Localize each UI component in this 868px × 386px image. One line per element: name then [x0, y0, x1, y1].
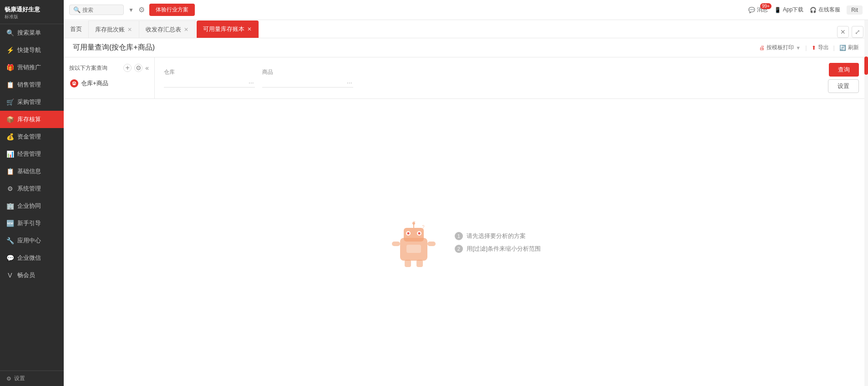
print-icon: 🖨: [759, 45, 765, 51]
scheme-icon: [70, 79, 78, 87]
tab-summary[interactable]: 收发存汇总表 ✕: [139, 21, 196, 38]
tab-expand-btn[interactable]: ⤢: [852, 26, 863, 38]
sidebar-icon-newuser: 🆕: [6, 220, 14, 227]
topbar-message[interactable]: 💬 消息 99+: [748, 6, 768, 14]
sidebar-item-newuser[interactable]: 🆕 新手引导: [0, 215, 64, 232]
topbar-service[interactable]: 🎧 在线客服: [810, 6, 840, 14]
page-header: 可用量查询(按仓库+商品) 🖨 按模板打印 ▼ | ⬆ 导出 | 🔄 刷新: [64, 38, 868, 57]
sidebar-icon-basics: 📋: [6, 168, 14, 175]
scheme-svg-icon: [72, 81, 76, 86]
topbar-search[interactable]: 🔍: [69, 5, 124, 15]
export-label: 导出: [818, 44, 829, 51]
sidebar-icon-member: V: [6, 272, 14, 279]
sidebar-label-apps: 应用中心: [17, 237, 41, 245]
sidebar-item-enterprise[interactable]: 🏢 企业协同: [0, 197, 64, 215]
right-scrollbar[interactable]: [864, 20, 868, 386]
svg-rect-11: [405, 260, 411, 267]
scheme-add-btn[interactable]: +: [123, 64, 132, 72]
tabs-bar: 首页 库存批次账 ✕ 收发存汇总表 ✕ 可用量库存账本 ✕ ✕ ⤢: [64, 20, 868, 38]
empty-tip-1: 1 请先选择要分析的方案: [455, 232, 541, 240]
sidebar-item-marketing[interactable]: 🎁 营销推广: [0, 59, 64, 76]
warehouse-input-wrapper: ···: [164, 78, 255, 87]
warehouse-dots-btn[interactable]: ···: [249, 79, 254, 86]
tab-summary-label: 收发存汇总表: [146, 26, 181, 34]
topbar-gear-icon[interactable]: ⚙: [138, 5, 145, 14]
print-btn[interactable]: 🖨 按模板打印 ▼: [759, 44, 801, 51]
tab-batch-close[interactable]: ✕: [127, 27, 132, 32]
search-input[interactable]: [82, 7, 119, 13]
sidebar-item-system[interactable]: ⚙ 系统管理: [0, 180, 64, 197]
scheme-settings-btn[interactable]: ⚙: [134, 64, 142, 72]
tab-home[interactable]: 首页: [64, 21, 89, 38]
sidebar-item-search[interactable]: 🔍 搜索菜单: [0, 24, 64, 41]
goods-input[interactable]: [262, 79, 344, 86]
warehouse-label: 仓库: [164, 68, 255, 76]
setting-btn[interactable]: 设置: [828, 79, 859, 93]
svg-point-5: [407, 232, 409, 235]
tip1-text: 请先选择要分析的方案: [467, 232, 526, 240]
sidebar-icon-finance: 💰: [6, 133, 14, 140]
warehouse-field: 仓库 ···: [164, 68, 255, 87]
sidebar-item-member[interactable]: V 畅会员: [0, 267, 64, 284]
tab-summary-close[interactable]: ✕: [183, 27, 189, 32]
sidebar-item-apps[interactable]: 🔧 应用中心: [0, 232, 64, 249]
sidebar-item-basics[interactable]: 📋 基础信息: [0, 163, 64, 180]
empty-tip-2: 2 用[过滤]条件来缩小分析范围: [455, 245, 541, 253]
sidebar-label-basics: 基础信息: [17, 167, 41, 175]
sidebar-item-finance[interactable]: 💰 资金管理: [0, 128, 64, 145]
print-dropdown-icon[interactable]: ▼: [796, 45, 801, 51]
tab-available[interactable]: 可用量库存账本 ✕: [197, 21, 259, 38]
topbar-app-download[interactable]: 📱 App下载: [774, 6, 803, 14]
topbar-user[interactable]: Rit: [847, 5, 863, 15]
sidebar-item-sales[interactable]: 📋 销售管理: [0, 76, 64, 93]
sidebar-icon-inventory: 📦: [6, 116, 14, 123]
sidebar-label-operations: 经营管理: [17, 150, 41, 158]
sidebar-label-inventory: 库存核算: [17, 115, 41, 124]
export-btn[interactable]: ⬆ 导出: [812, 44, 829, 51]
tip1-num: 1: [455, 232, 463, 240]
refresh-label: 刷新: [848, 44, 859, 51]
topbar-dropdown-icon[interactable]: ▼: [128, 7, 134, 13]
service-label: 在线客服: [818, 6, 840, 14]
sidebar-label-quicknav: 快捷导航: [17, 46, 41, 54]
query-btn[interactable]: 查询: [829, 63, 859, 77]
empty-robot-illustration: ~ ?: [391, 220, 437, 265]
sidebar-item-operations[interactable]: 📊 经营管理: [0, 145, 64, 163]
main-content: 🔍 ▼ ⚙ 体验行业方案 💬 消息 99+ 📱 App下载 🎧 在线客服 Rit: [64, 0, 868, 386]
page-actions: 🖨 按模板打印 ▼ | ⬆ 导出 | 🔄 刷新: [759, 44, 859, 51]
tab-close-btn[interactable]: ✕: [837, 26, 849, 38]
tab-batch[interactable]: 库存批次账 ✕: [89, 21, 139, 38]
scheme-collapse-btn[interactable]: «: [145, 64, 149, 72]
divider1: |: [805, 44, 807, 51]
sidebar-label-sales: 销售管理: [17, 81, 41, 89]
refresh-btn[interactable]: 🔄 刷新: [839, 44, 859, 51]
goods-input-wrapper: ···: [262, 78, 353, 87]
scheme-item-warehouse-goods[interactable]: 仓库+商品: [64, 76, 154, 91]
sidebar-bottom-settings[interactable]: ⚙ 设置: [0, 371, 64, 386]
content-area: ~ ? 1 请先选择要分析的方案 2 用[过滤]条件来缩小分析范围: [64, 99, 868, 386]
sidebar-item-purchase[interactable]: 🛒 采购管理: [0, 93, 64, 111]
sidebar-logo: 畅康通好生意 标准版: [0, 0, 64, 24]
sidebar-label-system: 系统管理: [17, 185, 41, 193]
topbar: 🔍 ▼ ⚙ 体验行业方案 💬 消息 99+ 📱 App下载 🎧 在线客服 Rit: [64, 0, 868, 20]
warehouse-input[interactable]: [164, 79, 246, 86]
sidebar-item-wechat[interactable]: 💬 企业微信: [0, 249, 64, 267]
svg-rect-13: [406, 245, 421, 253]
sidebar-icon-system: ⚙: [6, 185, 14, 192]
topbar-search-icon: 🔍: [73, 6, 81, 13]
experience-btn[interactable]: 体验行业方案: [149, 4, 195, 16]
sidebar-icon-purchase: 🛒: [6, 98, 14, 106]
sidebar-item-quicknav[interactable]: ⚡ 快捷导航: [0, 41, 64, 59]
tab-available-close[interactable]: ✕: [247, 26, 252, 32]
goods-label: 商品: [262, 68, 353, 76]
scheme-item-label: 仓库+商品: [81, 79, 108, 87]
goods-dots-btn[interactable]: ···: [347, 79, 352, 86]
svg-rect-9: [392, 242, 400, 246]
empty-state: ~ ? 1 请先选择要分析的方案 2 用[过滤]条件来缩小分析范围: [391, 220, 541, 265]
tip2-num: 2: [455, 245, 463, 253]
export-icon: ⬆: [812, 45, 816, 51]
sidebar-label-member: 畅会员: [17, 271, 35, 279]
svg-rect-12: [416, 260, 423, 267]
sidebar-item-inventory[interactable]: 📦 库存核算: [0, 111, 64, 128]
sidebar-label-marketing: 营销推广: [17, 63, 41, 72]
